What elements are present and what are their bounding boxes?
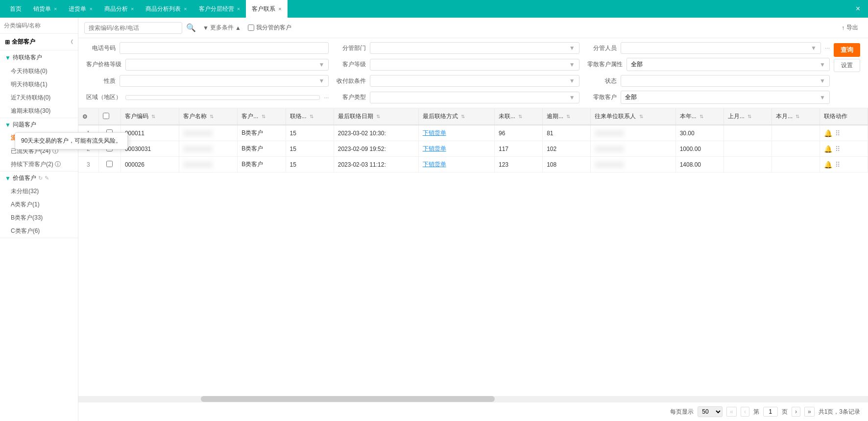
th-type: 客户... ⇅ [238,108,286,125]
filter-payment: 收付款条件 ▼ [337,75,579,87]
section-header-pending[interactable]: ▼ 待联络客户 [0,50,78,65]
sidebar-item-c-class[interactable]: C类客户(6) [0,224,78,238]
edit-icon[interactable]: ✎ [45,175,49,181]
more-actions-icon[interactable]: ⠿ [835,129,840,137]
page-size-select[interactable]: 50 100 200 [698,406,723,417]
top-nav: 首页 销货单 × 进货单 × 商品分析 × 商品分析列表 × 客户分层经营 × … [0,0,868,18]
nav-item-customer-layer[interactable]: 客户分层经营 × [193,0,246,18]
my-customers-check-input[interactable] [248,25,254,31]
person-more-icon[interactable]: ··· [825,45,830,51]
grid-icon: ⊞ [5,39,10,46]
close-customer-contact-tab[interactable]: × [278,6,281,12]
region-more-icon[interactable]: ··· [324,94,329,101]
gear-header[interactable]: ⚙ [78,108,98,125]
contact-icon[interactable]: 🔔 [824,145,832,153]
table-row: 1 000011 B类客户 15 2023-03-02 10:30: 下销货单 … [78,125,868,141]
filter-person-select[interactable]: ▼ [621,42,821,54]
sidebar-item-b-class[interactable]: B类客户(33) [0,211,78,224]
total-pages-label: 页 [782,408,788,416]
filter-customer-type-select[interactable]: ▼ [370,92,579,103]
sidebar-item-7day-contact[interactable]: 近7天待联络(0) [0,91,78,104]
more-actions-icon[interactable]: ⠿ [835,145,840,153]
nav-item-home[interactable]: 首页 [4,0,27,18]
close-sales-tab[interactable]: × [54,6,57,12]
contact-icon[interactable]: 🔔 [824,129,832,137]
refresh-icon[interactable]: ↻ [38,175,43,181]
export-button[interactable]: ↑ 导出 [838,22,862,34]
row-last-type[interactable]: 下销货单 [418,125,494,141]
filter-nature-select[interactable]: ▼ [120,75,329,87]
filter-dept-label: 分管部门 [337,44,366,52]
row-code: 000011 [121,125,179,141]
row-last-date: 2023-02-03 11:12: [334,157,418,173]
sidebar-item-ungroup[interactable]: 未分组(32) [0,185,78,198]
filter-payment-select[interactable]: ▼ [370,75,579,87]
last-page-btn[interactable]: » [804,407,815,417]
horizontal-scrollbar[interactable] [78,396,868,402]
row-last-date: 2023-03-02 10:30: [334,125,418,141]
more-conditions-btn[interactable]: ▼ 更多条件 ▲ [200,22,244,34]
dept-dropdown-icon: ▼ [569,45,575,51]
filter-status-select[interactable]: ▼ [621,75,830,87]
filter-nature: 性质 ▼ [86,75,329,87]
prev-page-btn[interactable]: ‹ [741,407,749,417]
section-header-value[interactable]: ▼ 价值客户 ↻ ✎ [0,172,78,185]
filter-retail-attr-select[interactable]: 全部 ▼ [627,58,830,71]
th-contact-count: 联络... ⇅ [286,108,334,125]
nav-item-sales[interactable]: 销货单 × [27,0,63,18]
arrow-icon: ▼ [5,54,11,61]
section-header-problem[interactable]: ▼ 问题客户 [0,118,78,131]
nav-item-purchase[interactable]: 进货单 × [63,0,98,18]
sort-icon-contact: ⇅ [310,114,313,119]
sidebar-item-overdue-contact[interactable]: 逾期未联络(30) [0,104,78,118]
sidebar-item-declining[interactable]: 持续下滑客户(2) ⓘ [0,158,78,171]
row-year-amount: 1000.00 [675,141,723,157]
scrollbar-thumb[interactable] [201,396,495,402]
nav-item-customer-contact[interactable]: 客户联系 × [246,0,287,18]
table-header-row: ⚙ 客户编码 ⇅ 客户名称 ⇅ 客户... ⇅ 联络... ⇅ 最后联络日期 ⇅… [78,108,868,125]
sort-icon-type2: ⇅ [461,114,465,119]
first-page-btn[interactable]: « [726,407,737,417]
filter-price-select[interactable]: ▼ [125,59,329,71]
my-customers-checkbox[interactable]: 我分管的客户 [248,24,291,32]
close-analysis-tab[interactable]: × [131,6,134,12]
window-close-btn[interactable]: × [852,4,864,13]
filter-phone-input[interactable] [120,42,329,54]
sidebar-item-tomorrow-contact[interactable]: 明天待联络(1) [0,78,78,91]
filter-person-label: 分管人员 [587,44,617,52]
filter-dept-select[interactable]: ▼ [370,42,579,54]
contact-icon[interactable]: 🔔 [824,161,832,169]
sort-icon-code: ⇅ [151,114,155,119]
filter-retail-select[interactable]: 全部 ▼ [621,91,830,104]
nav-item-analysis-list[interactable]: 商品分析列表 × [140,0,193,18]
query-button[interactable]: 查询 [834,43,860,57]
sidebar-item-a-class[interactable]: A类客户(1) [0,198,78,211]
sidebar-item-today-contact[interactable]: 今天待联络(0) [0,65,78,78]
select-all-checkbox[interactable] [103,113,109,119]
page-input[interactable] [763,407,778,417]
nav-item-analysis[interactable]: 商品分析 × [98,0,140,18]
sidebar-search-input[interactable] [4,22,77,29]
filter-region-select[interactable] [125,95,320,100]
filter-search-input[interactable] [84,22,182,34]
type-dropdown-icon: ▼ [569,94,575,101]
more-actions-icon[interactable]: ⠿ [835,161,840,169]
settings-button[interactable]: 设置 [834,59,860,72]
arrow-icon-3: ▼ [5,175,11,182]
row-last-type[interactable]: 下销货单 [418,141,494,157]
sidebar-all-customers[interactable]: ⊞ 全部客户 《 [0,34,78,50]
close-purchase-tab[interactable]: × [89,6,92,12]
filter-search-button[interactable]: 🔍 [186,23,196,32]
row-last-type[interactable]: 下销货单 [418,157,494,173]
sort-icon-date: ⇅ [376,114,380,119]
next-page-btn[interactable]: › [792,407,800,417]
price-dropdown-icon: ▼ [318,61,324,68]
filter-phone: 电话号码 [86,42,329,54]
close-customer-layer-tab[interactable]: × [237,6,240,12]
filter-customer-level-select[interactable]: ▼ [370,59,579,71]
row-action: 🔔 ⠿ [820,157,868,173]
row-checkbox[interactable] [98,157,121,173]
pagination-bar: 每页显示 50 100 200 « ‹ 第 页 › » 共1页，3条记录 [78,402,868,421]
sort-icon-year: ⇅ [699,114,703,119]
close-analysis-list-tab[interactable]: × [184,6,187,12]
